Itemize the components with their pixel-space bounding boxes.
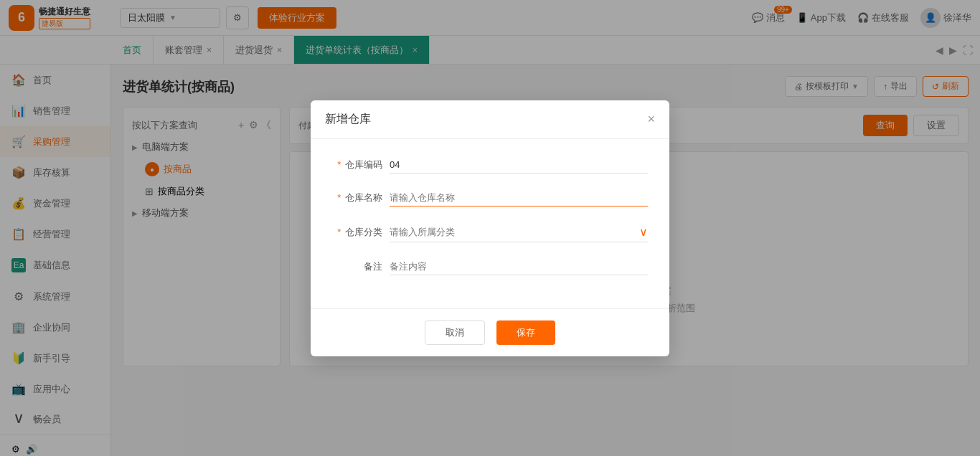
category-dropdown-arrow: ∨: [639, 225, 648, 239]
modal-footer: 取消 保存: [311, 308, 669, 356]
form-row-code: * 仓库编码: [332, 156, 648, 174]
warehouse-name-input[interactable]: [390, 189, 648, 206]
modal-overlay: 新增仓库 × * 仓库编码 * 仓库名称: [0, 0, 980, 456]
code-required-mark: *: [337, 159, 341, 170]
note-label: 备注: [332, 260, 390, 273]
note-input[interactable]: [390, 258, 648, 275]
form-row-note: 备注: [332, 258, 648, 275]
save-button[interactable]: 保存: [496, 320, 555, 345]
category-select-input[interactable]: [390, 227, 639, 237]
modal-title: 新增仓库: [325, 112, 371, 127]
modal-header: 新增仓库 ×: [311, 100, 669, 139]
category-select-wrap[interactable]: ∨: [390, 222, 648, 242]
category-required-mark: *: [337, 227, 341, 237]
modal-close-button[interactable]: ×: [647, 112, 655, 127]
cancel-button[interactable]: 取消: [425, 320, 485, 345]
form-row-name: * 仓库名称: [332, 189, 648, 206]
modal-body: * 仓库编码 * 仓库名称 * 仓库分类: [311, 139, 669, 308]
name-required-mark: *: [337, 192, 341, 203]
add-warehouse-modal: 新增仓库 × * 仓库编码 * 仓库名称: [311, 100, 669, 356]
warehouse-code-input[interactable]: [390, 156, 648, 174]
form-row-category: * 仓库分类 ∨: [332, 222, 648, 242]
code-label: * 仓库编码: [332, 158, 390, 171]
name-label: * 仓库名称: [332, 191, 390, 204]
category-label: * 仓库分类: [332, 226, 390, 239]
